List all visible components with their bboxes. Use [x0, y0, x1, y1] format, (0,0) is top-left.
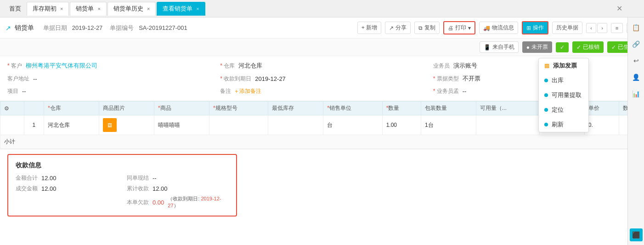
effective-icon: ✓ [611, 44, 616, 51]
sidebar-icon-expand[interactable]: ⬛ [630, 228, 643, 241]
salesperson-value: -- [463, 88, 467, 95]
right-sidebar: 📋 🔗 ↩ 👤 📊 ⬛ [627, 17, 644, 245]
pagination-arrows: ‹ › [586, 23, 607, 33]
row-qty-cell: 1.00 [382, 115, 421, 135]
row-price-cell: 0. [584, 115, 619, 135]
from-phone-button[interactable]: 📱 来自手机 [480, 41, 519, 53]
tab-sales-order[interactable]: 销货单 × [70, 2, 106, 16]
customer-value[interactable]: 柳州粤港平安气体有限公司 [26, 62, 97, 70]
product-image: 🖼 [103, 118, 117, 132]
add-invoice-item[interactable]: ⊞ 添加发票 [539, 58, 588, 73]
row-warehouse-cell: 河北仓库 [44, 115, 99, 135]
outstanding-row: 本单欠款 0.00 （收款到期日: 2019-12-27） [127, 195, 229, 209]
due-date-value: 2019-12-27 [255, 75, 286, 82]
col-img-header: 商品图片 [99, 102, 154, 115]
toolbar2: 📱 来自手机 ● 未开票 ✓ ✓ 已核销 ✓ 已生效 [0, 39, 644, 56]
prev-arrow[interactable]: ‹ [586, 23, 596, 33]
col-warehouse-header: *仓库 [44, 102, 99, 115]
dot-icon-refresh [544, 123, 548, 126]
same-settlement-value: -- [153, 175, 157, 182]
main-content: ↗ 销货单 单据日期 2019-12-27 单据编号 SA-20191227-0… [0, 17, 644, 245]
col-settings[interactable]: ⚙ [0, 102, 24, 115]
tab-view-sales[interactable]: 查看销货单 × [157, 2, 205, 16]
summary-area: 收款信息 金额合计 12.00 成交金额 12.00 同单现结 -- [7, 154, 237, 217]
tab-sales-history[interactable]: 销货单历史 × [107, 2, 156, 16]
locate-item[interactable]: 定位 [539, 103, 588, 117]
dot-icon-outbound [544, 79, 548, 82]
staff-value: 演示账号 [453, 62, 477, 70]
row-unit-cell: 台 [323, 115, 382, 135]
staff-field: 业务员 演示账号 [433, 62, 637, 70]
check-icon-btn[interactable]: ✓ [556, 42, 569, 52]
operations-button[interactable]: ⊞ 操作 [522, 21, 548, 34]
customer-field: * * 客户客户 柳州粤港平安气体有限公司 [7, 62, 211, 70]
refresh-item[interactable]: 刷新 [539, 117, 588, 132]
due-date-field: * 收款到期日 2019-12-27 [220, 74, 424, 83]
cumulative-payment-value: 12.00 [153, 185, 168, 192]
share-button[interactable]: ↗ 分享 [385, 22, 411, 34]
add-remark-button[interactable]: + + 添加备注添加备注 [235, 87, 261, 95]
sidebar-icon-doc[interactable]: 📋 [630, 21, 643, 34]
plus-icon: + [235, 88, 238, 95]
row-img-cell: 🖼 [99, 115, 154, 135]
same-settlement-row: 同单现结 -- [127, 174, 229, 182]
row-pkg-cell: 1台 [421, 115, 476, 135]
logistics-button[interactable]: 🚚 物流信息 [479, 22, 518, 34]
view-toggle-list[interactable]: ≡ [611, 23, 623, 33]
ticket-type-value: 不开票 [463, 74, 480, 83]
row-minstock-cell [268, 115, 323, 135]
operations-dropdown: ⊞ 添加发票 出库 可用量提取 定位 刷新 [538, 58, 589, 132]
summary-grid: 金额合计 12.00 成交金额 12.00 同单现结 -- 累计收款 [16, 174, 229, 209]
col-unit-header: *销售单位 [323, 102, 382, 115]
not-open-button[interactable]: ● 未开票 [522, 41, 552, 53]
truck-icon: 🚚 [483, 25, 490, 31]
doc-title: ↗ 销货单 [6, 24, 34, 32]
grid-icon-menu: ⊞ [544, 63, 549, 69]
tab-close-sales[interactable]: × [97, 6, 100, 11]
tab-close-inventory[interactable]: × [60, 6, 63, 11]
subtotal-cell: 小计 [0, 135, 644, 149]
next-arrow[interactable]: › [597, 23, 607, 33]
sidebar-icon-chart[interactable]: 📊 [630, 87, 643, 100]
history-button[interactable]: 历史单据 [552, 22, 582, 34]
tab-home[interactable]: 首页 [4, 5, 27, 13]
sidebar-icon-return[interactable]: ↩ [630, 54, 643, 67]
dot-icon-available [544, 93, 548, 97]
sidebar-icon-link[interactable]: 🔗 [630, 38, 643, 51]
doc-number-item: 单据编号 SA-20191227-001 [110, 24, 187, 32]
phone-icon: 📱 [484, 44, 491, 51]
tab-bar: 首页 库存期初 × 销货单 × 销货单历史 × 查看销货单 × ✕ [0, 0, 644, 17]
summary-title: 收款信息 [16, 161, 229, 170]
address-value: -- [33, 75, 37, 82]
col-product-header: *商品 [154, 102, 209, 115]
doc-meta: 单据日期 2019-12-27 单据编号 SA-20191227-001 [43, 24, 187, 32]
subtotal-row: 小计 [0, 135, 644, 149]
verified-button[interactable]: ✓ 已核销 [572, 41, 604, 53]
project-field: 项目 -- [7, 87, 211, 95]
tab-close-view-sales[interactable]: × [196, 6, 199, 11]
dot-icon-locate [544, 108, 548, 112]
total-amount-row: 金额合计 12.00 [16, 174, 118, 182]
copy-button[interactable]: ⧉ 复制 [414, 22, 440, 34]
warehouse-field: * 仓库 河北仓库 [220, 62, 424, 70]
address-field: 客户地址 -- [7, 74, 211, 83]
print-button[interactable]: 🖨 打印 ▾ [443, 21, 475, 34]
doc-type-icon: ↗ [6, 24, 11, 32]
tab-close-history[interactable]: × [147, 6, 150, 11]
toolbar: + 新增 ↗ 分享 ⧉ 复制 🖨 打印 ▾ 🚚 物流信息 [357, 21, 638, 34]
project-value: -- [22, 88, 26, 95]
col-price-header: 单价 [584, 102, 619, 115]
print-dropdown-arrow: ▾ [468, 25, 471, 31]
doc-type-label: 销货单 [15, 24, 34, 32]
tab-inventory-open[interactable]: 库存期初 × [27, 2, 69, 16]
row-num-cell: 1 [24, 115, 44, 135]
row-spec-cell [209, 115, 268, 135]
copy-icon: ⧉ [418, 25, 423, 31]
sidebar-icon-user[interactable]: 👤 [630, 71, 643, 84]
window-close-button[interactable]: ✕ [611, 0, 627, 17]
available-qty-item[interactable]: 可用量提取 [539, 88, 588, 103]
outstanding-value: 0.00 [153, 199, 164, 206]
new-button[interactable]: + 新增 [357, 22, 381, 34]
outbound-item[interactable]: 出库 [539, 73, 588, 88]
row-product-cell: 嘻嘻嘻嘻 [154, 115, 209, 135]
